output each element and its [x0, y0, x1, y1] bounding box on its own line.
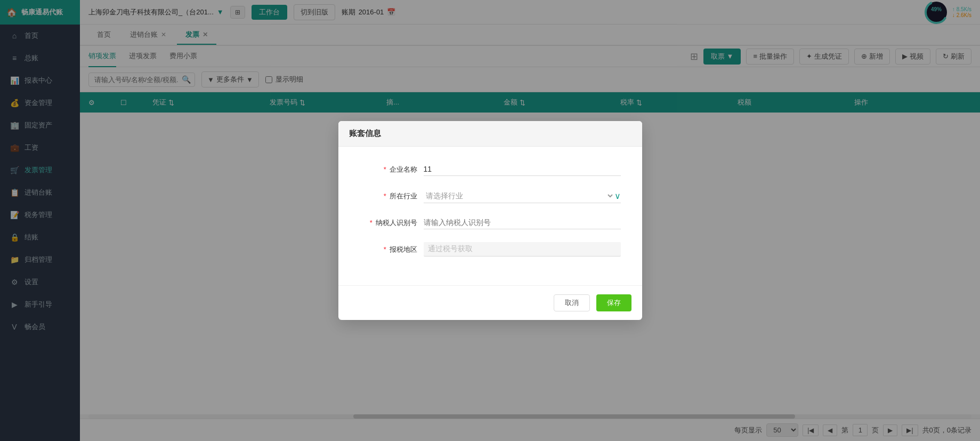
form-row-taxregion: * 报税地区 通过税号获取 [360, 242, 621, 256]
taxregion-label: * 报税地区 [360, 245, 424, 254]
modal-title: 账套信息 [349, 129, 381, 138]
form-row-company: * 企业名称 [360, 163, 621, 176]
cancel-button[interactable]: 取消 [554, 294, 590, 311]
required-star-4: * [384, 245, 386, 253]
required-star-3: * [370, 219, 372, 227]
taxid-input[interactable] [424, 216, 621, 229]
company-name-label: * 企业名称 [360, 165, 424, 174]
industry-dropdown-icon[interactable]: ∨ [614, 191, 621, 201]
modal-body: * 企业名称 * 所在行业 请选择行业 ∨ [338, 147, 642, 285]
save-button[interactable]: 保存 [596, 294, 631, 311]
modal-footer: 取消 保存 [338, 285, 642, 320]
modal-header: 账套信息 [338, 121, 642, 147]
required-star: * [384, 165, 386, 173]
taxregion-field: 通过税号获取 [424, 242, 621, 256]
industry-select[interactable]: 请选择行业 [424, 189, 614, 203]
form-row-industry: * 所在行业 请选择行业 ∨ [360, 189, 621, 203]
taxid-label: * 纳税人识别号 [360, 218, 424, 228]
company-name-input[interactable] [424, 163, 621, 176]
industry-select-wrap: 请选择行业 ∨ [424, 189, 621, 203]
form-row-taxid: * 纳税人识别号 [360, 216, 621, 229]
required-star-2: * [384, 192, 386, 200]
industry-label: * 所在行业 [360, 191, 424, 201]
account-info-modal: 账套信息 * 企业名称 * 所在行业 请选择行业 [338, 121, 642, 320]
modal-overlay: 账套信息 * 企业名称 * 所在行业 请选择行业 [0, 0, 980, 441]
